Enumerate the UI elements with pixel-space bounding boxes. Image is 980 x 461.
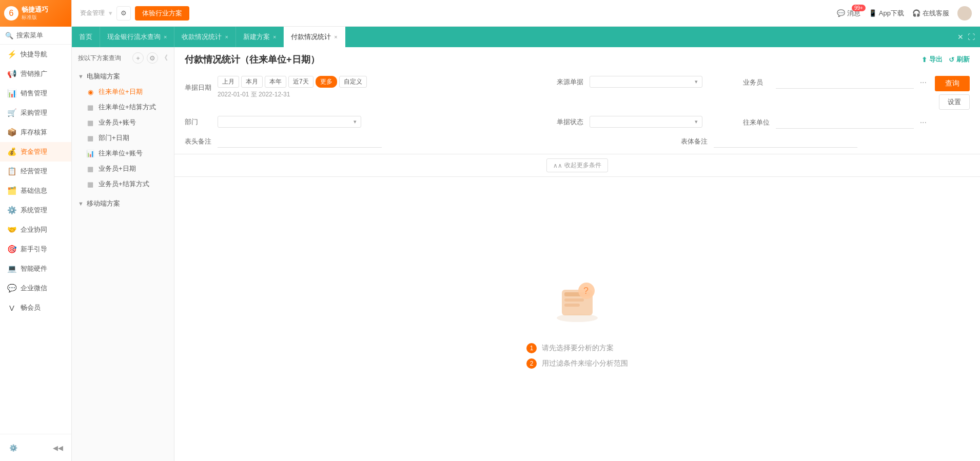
topbar-right: 💬 消息 99+ 📱 App下载 🎧 在线客服: [837, 6, 972, 21]
topbar-gear-btn[interactable]: ⚙: [116, 6, 131, 21]
tab-home[interactable]: 首页: [72, 27, 100, 47]
export-btn[interactable]: ⬆ 导出: [922, 55, 943, 64]
notification-badge: 99+: [852, 5, 866, 11]
trial-btn[interactable]: 体验行业方案: [135, 6, 189, 21]
scheme-item-unit-date[interactable]: ◉往来单位+日期: [72, 84, 174, 99]
tab-close-bank-flow[interactable]: ×: [164, 34, 167, 40]
related-unit-input[interactable]: [776, 116, 914, 129]
scheme-item-label-dept-date: 部门+日期: [99, 133, 129, 143]
sidebar-item-basic-info[interactable]: 🗂️基础信息: [0, 181, 71, 201]
tab-close-receipt-stats[interactable]: ×: [225, 34, 228, 40]
tab-new-scheme[interactable]: 新建方案×: [236, 27, 284, 47]
staff-input[interactable]: [776, 76, 914, 89]
body-note-input[interactable]: [714, 135, 857, 148]
query-btn[interactable]: 查询: [935, 76, 970, 91]
add-scheme-btn[interactable]: +: [132, 52, 144, 64]
sidebar-item-onboarding[interactable]: 🎯新手引导: [0, 239, 71, 259]
tab-close-new-scheme[interactable]: ×: [273, 34, 276, 40]
collapse-scheme-btn[interactable]: 《: [161, 53, 168, 63]
scheme-item-unit-settlement[interactable]: ▦往来单位+结算方式: [72, 99, 174, 115]
related-unit-dots-btn[interactable]: ···: [918, 116, 929, 129]
scheme-item-dept-date[interactable]: ▦部门+日期: [72, 130, 174, 146]
tab-receipt-stats[interactable]: 收款情况统计×: [174, 27, 236, 47]
source-select[interactable]: ▾: [590, 76, 702, 88]
topbar-left: 资金管理 ▾ ⚙ 体验行业方案: [80, 6, 831, 21]
scheme-item-staff-account[interactable]: ▦业务员+账号: [72, 115, 174, 130]
scheme-icon-unit-account: 📊: [86, 149, 94, 157]
close-all-tabs-btn[interactable]: ✕: [957, 33, 964, 41]
app-download-btn[interactable]: 📱 App下载: [869, 9, 904, 18]
scheme-item-label-staff-settlement: 业务员+结算方式: [99, 179, 149, 189]
group-expand-icon: ▼: [78, 73, 84, 79]
scheme-item-staff-date[interactable]: ▦业务员+日期: [72, 161, 174, 176]
search-icon: 🔍: [5, 32, 13, 39]
date-btn-more[interactable]: 更多: [316, 76, 337, 88]
voucher-status-select[interactable]: ▾: [590, 116, 702, 128]
tab-bank-flow[interactable]: 现金银行流水查询×: [100, 27, 174, 47]
breadcrumb-chevron-icon: ▾: [109, 9, 112, 17]
dept-select[interactable]: ▾: [218, 116, 361, 128]
scheme-item-staff-settlement[interactable]: ▦业务员+结算方式: [72, 176, 174, 192]
user-avatar[interactable]: [957, 6, 972, 21]
sidebar-item-system[interactable]: ⚙️系统管理: [0, 201, 71, 220]
page-title-row: 付款情况统计（往来单位+日期） ⬆ 导出 ↺ 刷新: [185, 53, 970, 66]
service-label: 在线客服: [923, 9, 949, 18]
scheme-icon-staff-settlement: ▦: [86, 180, 94, 188]
staff-filter-item: 业务员 ···: [743, 76, 929, 89]
refresh-btn[interactable]: ↺ 刷新: [949, 55, 970, 64]
sidebar-item-purchase[interactable]: 🛒采购管理: [0, 103, 71, 123]
collapse-sidebar-btn[interactable]: ◀◀: [50, 439, 66, 456]
scheme-panel: 按以下方案查询 + ⚙ 《 ▼电脑端方案◉往来单位+日期▦往来单位+结算方式▦业…: [72, 47, 174, 461]
sidebar-item-enterprise[interactable]: 🤝企业协同: [0, 220, 71, 239]
sidebar-item-hardware[interactable]: 💻智能硬件: [0, 259, 71, 278]
date-btn-last-month[interactable]: 上月: [218, 76, 239, 88]
date-buttons-group: 上月 本月 本年 近7天 更多 自定义: [218, 76, 367, 88]
filter-row-2: 部门 ▾ 单据状态 ▾ 往来单位: [185, 116, 970, 129]
sidebar-item-operations[interactable]: 📋经营管理: [0, 162, 71, 181]
notifications-btn[interactable]: 💬 消息 99+: [837, 9, 860, 18]
sidebar-search[interactable]: 🔍 搜索菜单: [0, 27, 71, 45]
sidebar-item-wechat[interactable]: 💬企业微信: [0, 278, 71, 298]
sidebar-label-purchase: 采购管理: [21, 108, 47, 117]
date-btn-custom[interactable]: 自定义: [339, 76, 367, 88]
empty-state: ? 1 请先选择要分析的方案 2 用过滤条件来缩小分析范围: [174, 177, 980, 461]
sidebar-item-membership[interactable]: V畅会员: [0, 298, 71, 317]
header-note-input[interactable]: [218, 135, 382, 148]
download-icon: 📱: [869, 9, 877, 17]
empty-step-1: 1 请先选择要分析的方案: [526, 343, 628, 353]
setting-btn[interactable]: 设置: [939, 94, 970, 110]
scheme-item-label-unit-date: 往来单位+日期: [99, 87, 143, 96]
page-title-actions: ⬆ 导出 ↺ 刷新: [922, 55, 970, 64]
settings-btn[interactable]: ⚙️: [5, 439, 22, 456]
scheme-item-label-staff-date: 业务员+日期: [99, 164, 136, 173]
sidebar-item-sales[interactable]: 📊销售管理: [0, 84, 71, 103]
scheme-group-电脑端方案: ▼电脑端方案◉往来单位+日期▦往来单位+结算方式▦业务员+账号▦部门+日期📊往来…: [72, 67, 174, 194]
step-num-1: 1: [526, 343, 537, 353]
date-btn-this-year[interactable]: 本年: [265, 76, 286, 88]
sidebar-item-finance[interactable]: 💰资金管理: [0, 142, 71, 162]
tab-close-payment-stats[interactable]: ×: [334, 34, 337, 40]
staff-dots-btn[interactable]: ···: [918, 76, 929, 89]
staff-label: 业务员: [743, 78, 772, 87]
sidebar-label-onboarding: 新手引导: [21, 245, 47, 254]
sidebar-icon-hardware: 💻: [7, 264, 16, 273]
scheme-group-header-电脑端方案[interactable]: ▼电脑端方案: [72, 69, 174, 84]
scheme-settings-btn[interactable]: ⚙: [147, 52, 158, 64]
collapse-btn[interactable]: ∧∧ 收起更多条件: [546, 158, 608, 172]
tab-payment-stats[interactable]: 付款情况统计×: [284, 27, 345, 47]
fullscreen-btn[interactable]: ⛶: [968, 33, 975, 41]
date-btn-7days[interactable]: 近7天: [288, 76, 313, 88]
scheme-item-unit-account[interactable]: 📊往来单位+账号: [72, 146, 174, 161]
sidebar: 6 畅捷通巧 标准版 🔍 搜索菜单 ⚡快捷导航📢营销推广📊销售管理🛒采购管理📦库…: [0, 0, 72, 461]
scheme-item-label-staff-account: 业务员+账号: [99, 118, 136, 127]
scheme-group-header-移动端方案[interactable]: ▼移动端方案: [72, 196, 174, 211]
tab-actions: ✕ ⛶: [952, 27, 980, 47]
online-service-btn[interactable]: 🎧 在线客服: [912, 9, 949, 18]
sidebar-item-inventory[interactable]: 📦库存核算: [0, 123, 71, 142]
tab-label-new-scheme: 新建方案: [243, 32, 270, 42]
sidebar-item-quick-nav[interactable]: ⚡快捷导航: [0, 45, 71, 64]
sidebar-item-marketing[interactable]: 📢营销推广: [0, 64, 71, 84]
tab-label-payment-stats: 付款情况统计: [291, 32, 331, 42]
related-unit-area: [776, 116, 914, 129]
date-btn-this-month[interactable]: 本月: [241, 76, 263, 88]
